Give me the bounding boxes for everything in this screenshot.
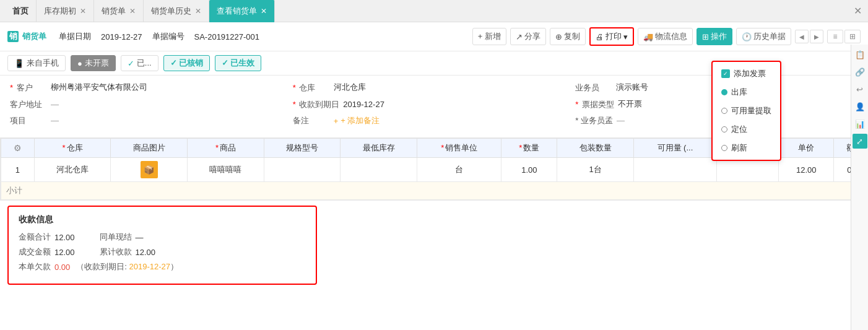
next-arrow[interactable]: ▶ — [810, 30, 823, 43]
tab-inventory-init[interactable]: 库存期初 ✕ — [37, 0, 94, 22]
phone-icon: 📱 — [14, 59, 24, 68]
logistics-button[interactable]: 🚚 物流信息 — [638, 28, 693, 45]
locate-item[interactable]: 定位 — [713, 120, 780, 139]
close-sales-history-icon[interactable]: ✕ — [195, 7, 201, 15]
sidebar-expand-button[interactable]: ⤢ — [853, 134, 867, 149]
history-button[interactable]: 🕐 历史单据 — [736, 28, 791, 45]
row-quantity: 1.00 — [501, 158, 557, 182]
new-label: + 新增 — [478, 31, 501, 42]
confirm-button[interactable]: ✓ 已... — [121, 55, 158, 71]
customer-label: * 客户 — [10, 82, 47, 93]
document-meta: 单据日期 2019-12-27 单据编号 SA-20191227-001 — [59, 31, 472, 42]
operate-icon: ⊞ — [702, 32, 709, 41]
history-label: 历史单据 — [753, 31, 786, 42]
approved-badge[interactable]: ✓ 已核销 — [163, 55, 210, 71]
main-content: 销 销货单 单据日期 2019-12-27 单据编号 SA-20191227-0… — [0, 22, 868, 330]
close-inventory-icon[interactable]: ✕ — [80, 7, 86, 15]
add-invoice-item[interactable]: ✓ 添加发票 — [713, 64, 780, 83]
outbound-item[interactable]: 出库 — [713, 83, 780, 102]
copy-button[interactable]: ⊕ 复制 — [550, 28, 586, 45]
add-note-link[interactable]: + + 添加备注 — [334, 115, 380, 126]
operate-label: 操作 — [711, 31, 727, 42]
col-min-stock: 最低库存 — [341, 139, 417, 158]
prev-arrow[interactable]: ◀ — [795, 30, 809, 43]
col-quantity: *数量 — [501, 139, 557, 158]
chart-icon: 📊 — [855, 119, 865, 129]
copy-label: 复制 — [564, 31, 580, 42]
tab-sales-history[interactable]: 销货单历史 ✕ — [144, 0, 209, 22]
locate-label: 定位 — [731, 124, 747, 135]
operate-button[interactable]: ⊞ 操作 — [697, 28, 732, 45]
row-pack-qty: 1台 — [557, 158, 634, 182]
salesperson-label: * 业务员孟 — [575, 115, 613, 126]
effective-badge[interactable]: ✓ 已生效 — [215, 55, 261, 71]
sidebar-user-button[interactable]: 👤 — [853, 99, 867, 114]
document-title: 销货单 — [22, 31, 46, 42]
col-gear: ⚙ — [1, 139, 35, 158]
list-view-button[interactable]: ≡ — [827, 30, 843, 43]
available-qty-item[interactable]: 可用量提取 — [713, 102, 780, 120]
print-button[interactable]: 🖨 打印 ▾ — [589, 27, 634, 46]
row-unit: 台 — [417, 158, 501, 182]
transaction-label: 成交金额 — [19, 246, 51, 258]
sidebar-return-button[interactable]: ↩ — [853, 82, 867, 97]
document-header: 销 销货单 单据日期 2019-12-27 单据编号 SA-20191227-0… — [0, 22, 868, 51]
tab-view-sales[interactable]: 查看销货单 ✕ — [209, 0, 275, 22]
home-tab-label: 首页 — [12, 6, 28, 17]
share-icon: ↗ — [516, 32, 523, 41]
warehouse-value: 河北仓库 — [334, 82, 366, 93]
refresh-item[interactable]: 刷新 — [713, 139, 780, 157]
outbound-label: 出库 — [731, 87, 747, 98]
sidebar-chart-button[interactable]: 📊 — [853, 116, 867, 131]
address-field: 客户地址 — — [10, 99, 293, 110]
total-amount-item: 金额合计 12.00 — [19, 232, 75, 243]
sidebar-link-button[interactable]: 🔗 — [853, 64, 867, 79]
date-label: 单据日期 — [59, 31, 91, 42]
payment-row-2: 成交金额 12.00 累计收款 12.00 — [19, 246, 306, 258]
print-label: 打印 — [605, 31, 622, 42]
project-value: — — [51, 116, 59, 126]
cumulative-item: 累计收款 12.00 — [100, 246, 156, 258]
nav-arrows: ◀ ▶ — [795, 30, 823, 43]
window-close-button[interactable]: ✕ — [854, 5, 862, 17]
settlement-label: 同单现结 — [100, 232, 132, 243]
print-icon: 🖨 — [596, 32, 604, 41]
col-pack-qty: 包装数量 — [557, 139, 634, 158]
payment-info-box: 收款信息 金额合计 12.00 同单现结 — 成交金额 12.00 累计收款 — [7, 206, 317, 285]
tab-sales-order[interactable]: 销货单 ✕ — [94, 0, 144, 22]
project-label: 项目 — [10, 115, 47, 126]
add-invoice-label: 添加发票 — [734, 68, 766, 79]
confirm-label: 已... — [137, 58, 152, 69]
warehouse-label: * 仓库 — [293, 82, 330, 93]
col-available: 可用量 (... — [633, 139, 716, 158]
due-date-label: * 收款到期日 — [293, 99, 340, 110]
project-field: 项目 — — [10, 115, 293, 126]
customer-field: * 客户 柳州粤港平安气体有限公司 — [10, 82, 293, 93]
close-sales-order-icon[interactable]: ✕ — [129, 7, 136, 15]
locate-icon — [721, 126, 727, 132]
not-opened-button[interactable]: ● 未开票 — [71, 55, 116, 71]
new-button[interactable]: + 新增 — [472, 28, 506, 45]
address-value: — — [51, 100, 59, 110]
close-view-sales-icon[interactable]: ✕ — [261, 7, 267, 15]
not-opened-icon: ● — [77, 59, 82, 68]
add-icon: + — [334, 116, 339, 126]
grid-view-button[interactable]: ⊞ — [844, 30, 861, 43]
total-value: 12.00 — [54, 233, 75, 242]
warehouse-field: * 仓库 河北仓库 — [293, 82, 576, 93]
view-toggle: ≡ ⊞ — [827, 30, 861, 43]
share-button[interactable]: ↗ 分享 — [510, 28, 546, 45]
sidebar-clipboard-button[interactable]: 📋 — [853, 47, 867, 62]
due-date-val: 2019-12-27 — [129, 262, 171, 271]
document-actions: + 新增 ↗ 分享 ⊕ 复制 🖨 打印 ▾ 🚚 物流信息 — [472, 27, 861, 46]
user-icon: 👤 — [855, 102, 865, 111]
not-opened-label: 未开票 — [85, 58, 109, 69]
expand-icon: ⤢ — [856, 137, 863, 146]
settings-icon[interactable]: ⚙ — [14, 143, 22, 153]
outbound-icon — [721, 89, 727, 95]
total-label: 金额合计 — [19, 232, 51, 243]
from-phone-button[interactable]: 📱 来自手机 — [7, 55, 66, 71]
row-product: 嘻嘻嘻嘻 — [188, 158, 264, 182]
col-spec: 规格型号 — [264, 139, 341, 158]
tab-home[interactable]: 首页 — [5, 0, 37, 22]
